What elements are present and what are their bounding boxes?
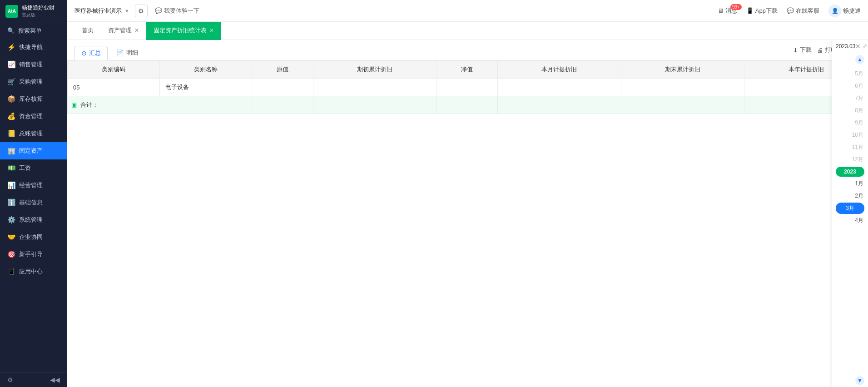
sidebar-item-label: 经营管理 bbox=[19, 181, 43, 189]
sidebar-item-purchase[interactable]: 🛒 采购管理 bbox=[0, 73, 67, 90]
month-item-9[interactable]: 9月 bbox=[832, 117, 868, 129]
sidebar-settings-button[interactable]: ⚙ bbox=[7, 376, 13, 383]
depreciation-table: 类别编码 类别名称 原值 期初累计折旧 净值 本月计提折旧 期末累计折旧 本年计… bbox=[67, 60, 868, 114]
tab-home-label: 首页 bbox=[82, 26, 94, 35]
sidebar-nav: 🔍 搜索菜单 ⚡ 快捷导航 📈 销售管理 🛒 采购管理 📦 库存核算 💰 资金管… bbox=[0, 23, 67, 372]
basic-info-icon: ℹ️ bbox=[7, 198, 15, 207]
fixed-assets-icon: 🏢 bbox=[7, 147, 15, 155]
sidebar-footer: ⚙ ◀◀ bbox=[0, 372, 67, 387]
app-download-button[interactable]: 📱 App下载 bbox=[746, 7, 778, 15]
month-item-6[interactable]: 6月 bbox=[832, 80, 868, 92]
date-nav-down-button[interactable]: ▼ bbox=[855, 376, 864, 385]
subtab-summary[interactable]: ⊙ 汇总 bbox=[74, 46, 108, 60]
inventory-icon: 📦 bbox=[7, 95, 15, 103]
sidebar-item-label: 搜索菜单 bbox=[18, 27, 42, 35]
date-month-list: 5月 6月 7月 8月 9月 10月 11月 12月 2023 1月 2月 3月… bbox=[832, 66, 868, 374]
cell-original-value bbox=[252, 79, 313, 96]
top-nav: 医疗器械行业演示 ▼ ⚙ 💬 我要体验一下 🖥 消息 99+ 📱 App下载 💬… bbox=[67, 0, 868, 22]
cell-net-value bbox=[436, 79, 498, 96]
online-service-button[interactable]: 💬 在线客服 bbox=[787, 7, 819, 15]
purchase-icon: 🛒 bbox=[7, 78, 15, 86]
sidebar-item-system[interactable]: ⚙️ 系统管理 bbox=[0, 211, 67, 228]
current-year-label[interactable]: 2023 bbox=[836, 167, 864, 177]
cell-total-monthly bbox=[497, 96, 621, 114]
experience-button[interactable]: 💬 我要体验一下 bbox=[155, 7, 199, 15]
sidebar-item-label: 资金管理 bbox=[19, 112, 43, 120]
month-item-8[interactable]: 8月 bbox=[832, 104, 868, 117]
username: 畅捷通 bbox=[843, 7, 861, 15]
enterprise-icon: 🤝 bbox=[7, 233, 15, 241]
search-icon: 🔍 bbox=[7, 27, 15, 34]
sidebar-item-label: 总账管理 bbox=[19, 129, 43, 138]
guide-icon: 🎯 bbox=[7, 250, 15, 258]
sidebar-item-label: 应用中心 bbox=[19, 268, 43, 276]
sidebar-item-label: 库存核算 bbox=[19, 95, 43, 103]
month-item-1[interactable]: 1月 bbox=[832, 178, 868, 190]
print-icon: 🖨 bbox=[817, 47, 823, 54]
right-panel-expand-button[interactable]: ⤢ bbox=[863, 43, 867, 50]
right-panel-date-picker: 2023.03 ✕ ⤢ ▲ 5月 6月 7月 8月 9月 10月 11月 12月… bbox=[832, 40, 868, 387]
experience-label: 我要体验一下 bbox=[164, 7, 199, 15]
sidebar-item-label: 企业协同 bbox=[19, 233, 43, 241]
month-item-12[interactable]: 12月 bbox=[832, 154, 868, 166]
messages-button[interactable]: 🖥 消息 99+ bbox=[718, 7, 737, 15]
ledger-icon: 📒 bbox=[7, 129, 15, 138]
cell-initial-accum bbox=[313, 79, 436, 96]
company-selector[interactable]: 医疗器械行业演示 ▼ bbox=[74, 7, 129, 15]
month-item-10[interactable]: 10月 bbox=[832, 129, 868, 141]
app-title-block: 畅捷通好业财 普及版 bbox=[22, 5, 55, 18]
subtab-detail[interactable]: 📄 明细 bbox=[109, 45, 145, 60]
sidebar-item-fixed-assets[interactable]: 🏢 固定资产 bbox=[0, 142, 67, 159]
app-edition: 普及版 bbox=[22, 12, 55, 18]
month-item-2[interactable]: 2月 bbox=[832, 190, 868, 202]
col-code: 类别编码 bbox=[68, 61, 160, 79]
summary-icon: ⊙ bbox=[81, 50, 87, 57]
sidebar-item-guide[interactable]: 🎯 新手引导 bbox=[0, 246, 67, 263]
sidebar-item-label: 销售管理 bbox=[19, 60, 43, 69]
tab-depreciation-close[interactable]: ✕ bbox=[209, 28, 214, 33]
col-original-value: 原值 bbox=[252, 61, 313, 79]
date-nav-up-button[interactable]: ▲ bbox=[855, 55, 864, 64]
cell-total-initial bbox=[313, 96, 436, 114]
table-header-row: 类别编码 类别名称 原值 期初累计折旧 净值 本月计提折旧 期末累计折旧 本年计… bbox=[68, 61, 868, 79]
cell-code: 05 bbox=[68, 79, 160, 96]
sidebar-item-label: 工资 bbox=[19, 164, 31, 172]
sidebar-item-label: 基础信息 bbox=[19, 198, 43, 207]
system-icon: ⚙️ bbox=[7, 216, 15, 224]
sidebar-item-enterprise[interactable]: 🤝 企业协同 bbox=[0, 228, 67, 246]
sidebar-item-basic-info[interactable]: ℹ️ 基础信息 bbox=[0, 194, 67, 211]
month-item-4[interactable]: 4月 bbox=[832, 214, 868, 227]
company-chevron-icon: ▼ bbox=[124, 8, 129, 14]
sidebar-item-search[interactable]: 🔍 搜索菜单 bbox=[0, 23, 67, 39]
online-service-label: 在线客服 bbox=[796, 7, 819, 15]
sidebar-item-app-center[interactable]: 📱 应用中心 bbox=[0, 263, 67, 280]
month-item-11[interactable]: 11月 bbox=[832, 141, 868, 154]
sidebar-item-ledger[interactable]: 📒 总账管理 bbox=[0, 125, 67, 142]
sidebar-item-inventory[interactable]: 📦 库存核算 bbox=[0, 90, 67, 108]
date-nav-up: ▲ bbox=[832, 53, 868, 66]
sidebar-item-sales[interactable]: 📈 销售管理 bbox=[0, 56, 67, 73]
tab-depreciation-table[interactable]: 固定资产折旧统计表 ✕ bbox=[146, 22, 221, 40]
month-item-3-active[interactable]: 3月 bbox=[836, 203, 864, 214]
salary-icon: 💵 bbox=[7, 164, 15, 172]
tab-asset-mgmt-close[interactable]: ✕ bbox=[134, 28, 139, 33]
main-area: 医疗器械行业演示 ▼ ⚙ 💬 我要体验一下 🖥 消息 99+ 📱 App下载 💬… bbox=[67, 0, 868, 387]
month-item-5[interactable]: 5月 bbox=[832, 68, 868, 80]
tab-depreciation-label: 固定资产折旧统计表 bbox=[154, 26, 207, 35]
tab-home[interactable]: 首页 bbox=[74, 22, 101, 40]
download-button[interactable]: ⬇ 下载 bbox=[793, 46, 812, 54]
sidebar-item-operations[interactable]: 📊 经营管理 bbox=[0, 177, 67, 194]
sidebar-item-funds[interactable]: 💰 资金管理 bbox=[0, 108, 67, 125]
sub-tabs: ⊙ 汇总 📄 明细 bbox=[67, 40, 786, 60]
cell-total-end-accum bbox=[621, 96, 744, 114]
right-panel-close-button[interactable]: ✕ bbox=[855, 43, 861, 50]
sidebar-item-quick-nav[interactable]: ⚡ 快捷导航 bbox=[0, 39, 67, 56]
user-menu[interactable]: 👤 畅捷通 bbox=[828, 5, 861, 17]
sidebar-item-salary[interactable]: 💵 工资 bbox=[0, 159, 67, 177]
tab-asset-mgmt[interactable]: 资产管理 ✕ bbox=[101, 22, 146, 40]
messages-badge: 99+ bbox=[730, 4, 742, 10]
month-item-7[interactable]: 7月 bbox=[832, 92, 868, 104]
cell-total-label: ▣ 合计： bbox=[68, 96, 252, 114]
topnav-settings-button[interactable]: ⚙ bbox=[135, 5, 148, 17]
sidebar-collapse-button[interactable]: ◀◀ bbox=[50, 376, 60, 383]
